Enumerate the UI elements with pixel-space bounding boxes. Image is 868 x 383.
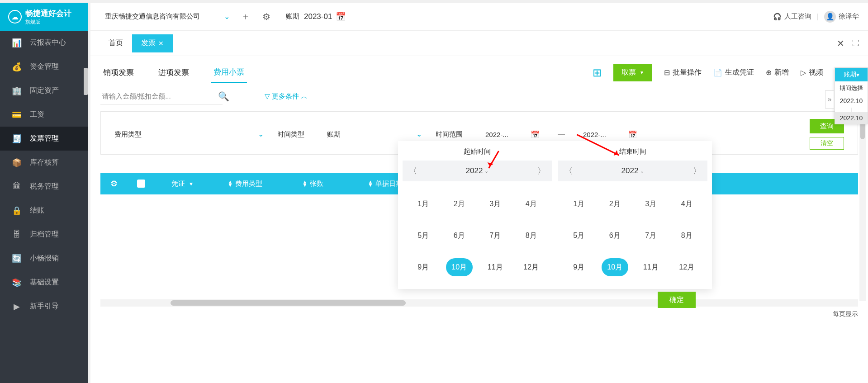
logo-edition: 旗舰版: [25, 19, 71, 25]
select-all-checkbox[interactable]: [128, 173, 155, 194]
month-option[interactable]: 5月: [565, 227, 593, 245]
prev-year-button[interactable]: 〈: [409, 165, 417, 176]
nav-fixed-assets[interactable]: 🏢固定资产: [0, 79, 88, 103]
sidebar: ☁ 畅捷通好会计 旗舰版 📊云报表中心 💰资金管理 🏢固定资产 💳工资 🧾发票管…: [0, 3, 88, 383]
nav-guide[interactable]: ▶新手引导: [0, 294, 88, 318]
column-settings[interactable]: ⚙: [100, 173, 128, 194]
user-menu[interactable]: 👤徐泽华: [824, 11, 859, 23]
nav-funds[interactable]: 💰资金管理: [0, 55, 88, 79]
col-count[interactable]: ▲▼张数: [281, 173, 345, 194]
add-action[interactable]: ⊕新增: [766, 68, 789, 77]
month-option[interactable]: 9月: [410, 258, 437, 276]
month-option[interactable]: 7月: [637, 227, 664, 245]
close-all-button[interactable]: ✕: [833, 36, 848, 51]
year-select[interactable]: 2022⌄: [621, 166, 645, 175]
nav-closing[interactable]: 🔒结账: [0, 199, 88, 222]
month-option[interactable]: 7月: [482, 227, 509, 245]
fullscreen-button[interactable]: ⛶: [848, 36, 863, 51]
chevron-down-icon: ⌄: [416, 130, 422, 138]
date-from[interactable]: 2022-...: [485, 131, 514, 138]
subtab-sales[interactable]: 销项发票: [100, 62, 137, 83]
vertical-scrollbar[interactable]: [859, 93, 866, 301]
chart-icon: 📊: [12, 38, 22, 48]
col-type[interactable]: ▲▼费用类型: [209, 173, 281, 194]
fetch-button[interactable]: 取票▼: [613, 64, 652, 81]
month-option[interactable]: 10月: [446, 258, 473, 276]
month-option[interactable]: 11月: [637, 258, 664, 276]
period-side-button[interactable]: 账期 ▾: [835, 68, 868, 81]
next-year-button[interactable]: 〉: [693, 165, 701, 176]
tab-invoice[interactable]: 发票✕: [132, 34, 173, 52]
sidebar-resize-handle[interactable]: [84, 68, 88, 95]
month-option[interactable]: 9月: [565, 258, 593, 276]
nav-archive[interactable]: 🗄归档管理: [0, 222, 88, 246]
month-option[interactable]: 1月: [410, 195, 437, 213]
time-type-select[interactable]: ⌄: [354, 127, 422, 142]
settings-button[interactable]: ⚙: [260, 10, 273, 24]
month-option[interactable]: 1月: [565, 195, 593, 213]
col-voucher[interactable]: 凭证▾: [155, 173, 209, 194]
prev-year-button[interactable]: 〈: [564, 165, 573, 176]
batch-action[interactable]: ⊟批量操作: [664, 68, 702, 77]
month-option[interactable]: 4月: [518, 195, 545, 213]
month-option[interactable]: 5月: [410, 227, 437, 245]
month-option[interactable]: 8月: [674, 227, 701, 245]
month-option[interactable]: 8月: [518, 227, 545, 245]
side-collapse-button[interactable]: »: [825, 90, 834, 109]
box-icon: 📦: [12, 158, 22, 168]
subtab-expense[interactable]: 费用小票: [211, 62, 247, 83]
date-range-popup: 起始时间 〈 2022⌄ 〉 1月2月3月4月5月6月7月8月9月10月11月1…: [398, 141, 712, 289]
calendar-icon[interactable]: 📅: [531, 130, 540, 139]
year-select[interactable]: 2022⌄: [466, 166, 489, 175]
confirm-button[interactable]: 确定: [658, 292, 696, 308]
period-from[interactable]: 2022.10: [835, 95, 868, 107]
nav-inventory[interactable]: 📦库存核算: [0, 151, 88, 175]
chevron-down-icon: ⌄: [258, 130, 264, 138]
calendar-icon[interactable]: 📅: [628, 130, 637, 139]
month-option[interactable]: 2月: [446, 195, 473, 213]
qr-icon[interactable]: ⊞: [593, 66, 602, 79]
month-option[interactable]: 2月: [602, 195, 629, 213]
month-option[interactable]: 6月: [602, 227, 629, 245]
nav-report-center[interactable]: 📊云报表中心: [0, 31, 88, 55]
month-option[interactable]: 6月: [446, 227, 473, 245]
tab-home[interactable]: 首页: [100, 34, 132, 52]
sort-icon: ▲▼: [368, 180, 373, 187]
calendar-icon[interactable]: 📅: [336, 12, 346, 22]
month-option[interactable]: 10月: [602, 258, 629, 276]
nav-settings[interactable]: 📚基础设置: [0, 270, 88, 294]
horizontal-scrollbar[interactable]: [100, 299, 858, 307]
more-filter-toggle[interactable]: ▽更多条件︿: [265, 92, 308, 101]
add-button[interactable]: ＋: [239, 10, 252, 24]
time-type-value: 账期: [327, 130, 341, 139]
lock-icon: 🔒: [12, 206, 22, 216]
period-to[interactable]: 2022.10: [835, 112, 868, 124]
clear-button[interactable]: 清空: [810, 137, 844, 150]
month-option[interactable]: 3月: [482, 195, 509, 213]
month-option[interactable]: 11月: [482, 258, 509, 276]
video-action[interactable]: ▷视频: [801, 68, 823, 77]
consult-link[interactable]: 🎧人工咨询: [773, 12, 811, 21]
scroll-thumb[interactable]: [171, 300, 406, 306]
month-option[interactable]: 12月: [674, 258, 701, 276]
next-year-button[interactable]: 〉: [537, 165, 545, 176]
nav-tax[interactable]: 🏛税务管理: [0, 175, 88, 199]
month-grid-start: 1月2月3月4月5月6月7月8月9月10月11月12月: [403, 181, 552, 283]
company-select[interactable]: 重庆畅捷交通信息咨询有限公司 ⌄: [100, 8, 235, 25]
search-icon[interactable]: 🔍: [218, 91, 229, 102]
voucher-action[interactable]: 📄生成凭证: [713, 68, 754, 77]
topbar: 重庆畅捷交通信息咨询有限公司 ⌄ ＋ ⚙ 账期 2023-01 📅 🎧人工咨询 …: [90, 3, 868, 31]
subtab-purchase[interactable]: 进项发票: [156, 62, 192, 83]
amount-search-input[interactable]: [100, 88, 223, 104]
expense-type-select[interactable]: ⌄: [164, 127, 264, 142]
close-icon[interactable]: ✕: [158, 40, 164, 47]
nav-invoice[interactable]: 🧾发票管理: [0, 127, 88, 151]
logo-title: 畅捷通好会计: [25, 9, 71, 18]
nav-salary[interactable]: 💳工资: [0, 103, 88, 127]
month-option[interactable]: 4月: [674, 195, 701, 213]
month-option[interactable]: 12月: [518, 258, 545, 276]
logo: ☁ 畅捷通好会计 旗舰版: [0, 3, 88, 31]
month-option[interactable]: 3月: [637, 195, 664, 213]
date-to[interactable]: 2022-...: [583, 131, 612, 138]
nav-reimburse[interactable]: 🔄小畅报销: [0, 246, 88, 270]
